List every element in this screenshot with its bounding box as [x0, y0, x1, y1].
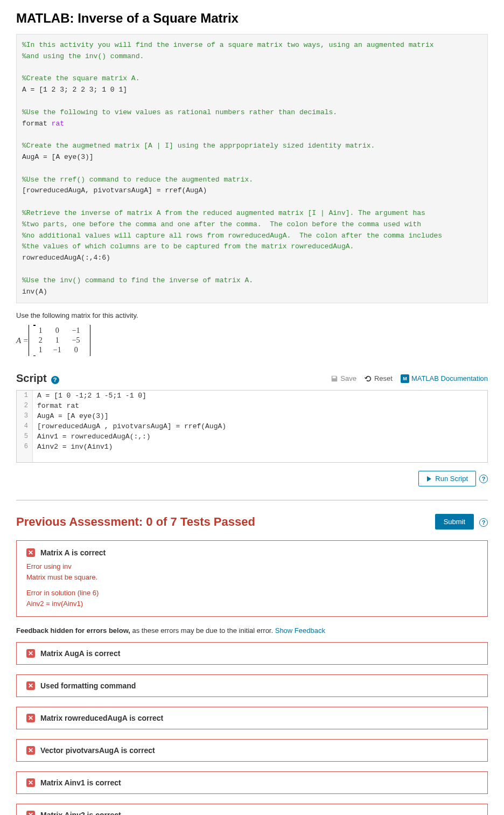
code-editor[interactable]: 1A = [1 0 -1;2 1 -5;1 -1 0] 2format rat …: [16, 390, 488, 463]
run-help-icon[interactable]: ?: [479, 475, 488, 483]
script-heading: Script: [16, 372, 47, 384]
section-divider: [16, 500, 488, 500]
fail-icon: ✕: [26, 746, 35, 755]
matlab-doc-link[interactable]: M MATLAB Documentation: [401, 374, 488, 383]
test-result-rowreduced[interactable]: ✕Matrix rowreducedAugA is correct: [16, 707, 488, 729]
submit-button[interactable]: Submit: [435, 514, 474, 530]
matrix-display: A = 10−1 21−5 1−10: [16, 325, 488, 356]
save-icon: [331, 375, 338, 382]
test-result-auga[interactable]: ✕Matrix AugA is correct: [16, 642, 488, 665]
help-icon[interactable]: ?: [51, 376, 59, 384]
activity-instruction: Use the following matrix for this activi…: [16, 311, 488, 319]
test-result-ainv2[interactable]: ✕Matrix Ainv2 is correct: [16, 804, 488, 815]
run-script-button[interactable]: Run Script: [418, 471, 476, 486]
test-result-pivotvars[interactable]: ✕Vector pivotvarsAugA is correct: [16, 739, 488, 762]
reset-icon: [365, 375, 372, 382]
assessment-heading: Previous Assessment: 0 of 7 Tests Passed: [16, 515, 255, 529]
play-icon: [426, 476, 432, 482]
fail-icon: ✕: [26, 714, 35, 722]
page-title: MATLAB: Inverse of a Square Matrix: [16, 11, 488, 26]
fail-icon: ✕: [26, 811, 35, 815]
fail-icon: ✕: [26, 778, 35, 787]
submit-help-icon[interactable]: ?: [479, 518, 488, 527]
fail-icon: ✕: [26, 548, 35, 557]
test-result-matrix-a: ✕ Matrix A is correct Error using inv Ma…: [16, 540, 488, 617]
show-feedback-link[interactable]: Show Feedback: [275, 626, 325, 635]
save-button[interactable]: Save: [331, 374, 356, 382]
matlab-icon: M: [401, 374, 409, 383]
fail-icon: ✕: [26, 649, 35, 658]
feedback-note: Feedback hidden for errors below, as the…: [16, 626, 488, 635]
fail-icon: ✕: [26, 681, 35, 690]
example-code-block: %In this activity you will find the inve…: [16, 34, 488, 303]
test-result-format[interactable]: ✕Used formatting command: [16, 674, 488, 697]
reset-button[interactable]: Reset: [365, 374, 393, 382]
test-result-ainv1[interactable]: ✕Matrix Ainv1 is correct: [16, 771, 488, 794]
